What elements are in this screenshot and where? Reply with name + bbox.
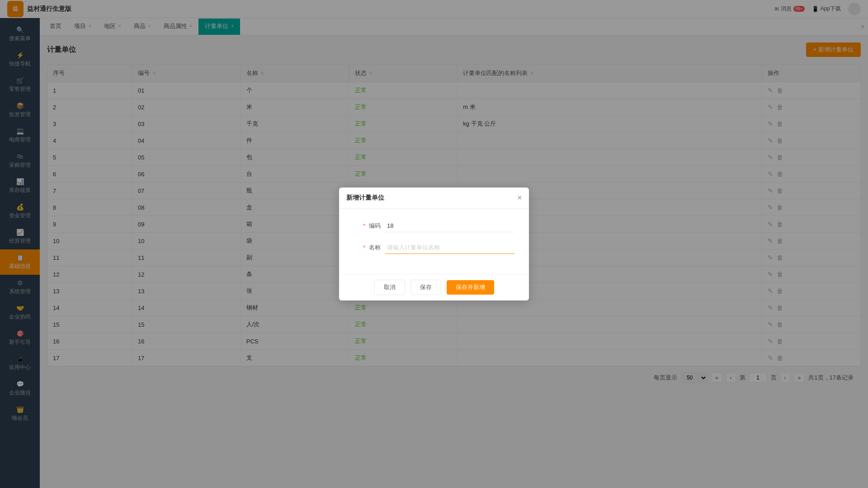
code-form-row: * 编码: [354, 220, 514, 232]
modal-overlay[interactable]: 新增计量单位 × * 编码 * 名称 取消 保存 保存并新增: [0, 0, 868, 488]
modal-footer: 取消 保存 保存并新增: [339, 274, 529, 300]
name-label: * 名称: [354, 244, 381, 252]
modal-body: * 编码 * 名称: [339, 209, 529, 274]
save-and-new-button[interactable]: 保存并新增: [447, 280, 494, 295]
name-form-row: * 名称: [354, 241, 514, 254]
cancel-button[interactable]: 取消: [374, 280, 405, 295]
modal-header: 新增计量单位 ×: [339, 188, 529, 209]
modal-close-button[interactable]: ×: [518, 194, 522, 202]
code-label: * 编码: [354, 222, 381, 230]
add-unit-modal: 新增计量单位 × * 编码 * 名称 取消 保存 保存并新增: [339, 188, 529, 300]
modal-title: 新增计量单位: [346, 194, 384, 202]
save-button[interactable]: 保存: [410, 280, 441, 295]
code-input[interactable]: [385, 220, 514, 232]
name-input[interactable]: [385, 241, 514, 254]
